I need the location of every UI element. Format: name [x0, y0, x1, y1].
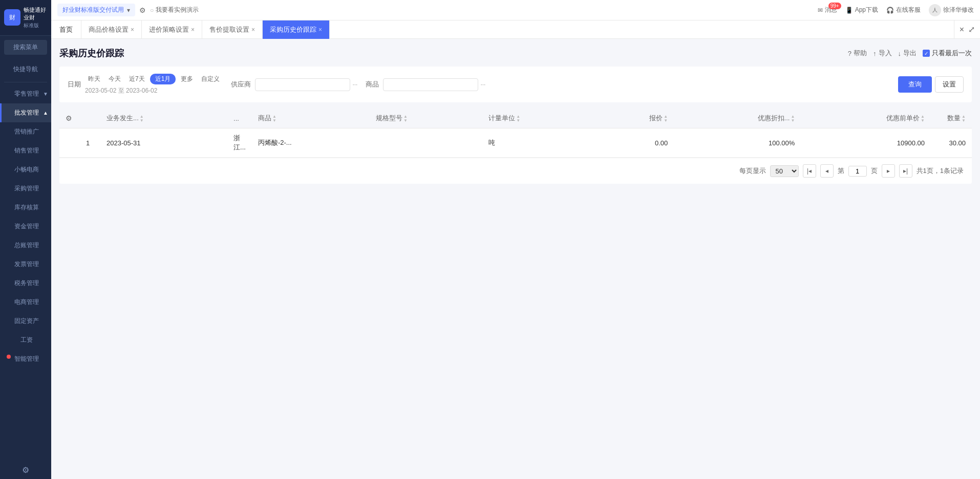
supplier-more-btn[interactable]: ···	[352, 81, 357, 88]
supplier-filter-label: 供应商	[231, 80, 251, 89]
td-seq: 1	[80, 128, 100, 158]
sidebar-item-marketing[interactable]: 营销推广	[0, 122, 51, 141]
query-button[interactable]: 查询	[898, 76, 932, 93]
sidebar-item-label: 电商管理	[14, 298, 39, 307]
sidebar-item-label: 发票管理	[14, 260, 39, 269]
supplier-input[interactable]	[255, 78, 350, 91]
th-date[interactable]: 业务发生...▲▼	[100, 108, 227, 128]
product-more-btn[interactable]: ···	[480, 81, 485, 88]
topbar-gear-icon[interactable]: ⚙	[139, 6, 146, 14]
sidebar-item-retail[interactable]: 零售管理 ▼	[0, 84, 51, 103]
page-prev-button[interactable]: ◂	[820, 164, 834, 178]
column-gear-icon[interactable]: ⚙	[66, 114, 72, 122]
tab-purchase-strategy[interactable]: 进价策略设置 ×	[142, 20, 202, 39]
topbar-right: ✉ 消息 99+ 📱 App下载 🎧 在线客服 人 徐泽华修改	[818, 4, 974, 16]
export-button[interactable]: ↓ 导出	[898, 49, 917, 58]
tab-purchase-history[interactable]: 采购历史价跟踪 ×	[263, 20, 330, 39]
th-price[interactable]: 报价▲▼	[595, 108, 674, 128]
date-btn-1month[interactable]: 近1月	[150, 74, 176, 84]
th-discount[interactable]: 优惠折扣...▲▼	[674, 108, 801, 128]
chevron-up-icon: ▲	[43, 110, 48, 116]
message-button[interactable]: ✉ 消息 99+	[818, 6, 837, 14]
sidebar-item-label: 税务管理	[14, 279, 39, 288]
date-btn-more[interactable]: 更多	[178, 74, 196, 84]
tab-label: 采购历史价跟踪	[270, 25, 316, 34]
th-undiscounted-price[interactable]: 优惠前单价▲▼	[801, 108, 931, 128]
tab-home[interactable]: 首页	[51, 20, 81, 39]
online-service-button[interactable]: 🎧 在线客服	[886, 6, 921, 14]
last-only-checkbox[interactable]: ✓	[923, 50, 930, 57]
sidebar-item-smart[interactable]: 智能管理	[0, 350, 51, 368]
product-input[interactable]	[383, 78, 478, 91]
per-page-select[interactable]: 50 100 200	[770, 165, 799, 177]
export-label: 导出	[903, 49, 917, 58]
th-unit[interactable]: 计量单位▲▼	[482, 108, 595, 128]
pagination: 每页显示 50 100 200 |◂ ◂ 第 页 ▸ ▸| 共1页，1条记录	[59, 158, 972, 184]
version-selector[interactable]: 好业财标准版交付试用 ▾	[57, 4, 135, 16]
sort-icon: ▲▼	[272, 115, 276, 123]
app-download-icon: 📱	[845, 7, 853, 14]
app-download-button[interactable]: 📱 App下载	[845, 6, 878, 14]
sidebar-item-label: 批发管理	[14, 108, 39, 117]
help-button[interactable]: ? 帮助	[848, 49, 867, 58]
date-btn-7days[interactable]: 近7天	[126, 74, 148, 84]
chevron-down-icon: ▾	[127, 7, 130, 14]
last-only-checkbox-label[interactable]: ✓ 只看最后一次	[923, 49, 972, 58]
quick-nav-button[interactable]: 快捷导航	[4, 61, 47, 78]
sidebar-item-sales[interactable]: 销售管理	[0, 141, 51, 160]
settings-icon[interactable]: ⚙	[22, 465, 29, 475]
date-btn-today[interactable]: 今天	[105, 74, 124, 84]
date-btn-custom[interactable]: 自定义	[198, 74, 223, 84]
import-button[interactable]: ↑ 导入	[873, 49, 892, 58]
sidebar-item-tax[interactable]: 税务管理	[0, 274, 51, 293]
tab-close-all-icon[interactable]: ×	[958, 24, 965, 35]
search-menu-button[interactable]: 搜索菜单	[4, 40, 47, 55]
data-table-container: ⚙ 业务发生...▲▼ ... 商品▲▼ 规格型号▲▼	[59, 108, 972, 184]
sidebar-item-ecommerce[interactable]: 电商管理	[0, 293, 51, 312]
date-range-display: 2023-05-02 至 2023-06-02	[85, 86, 223, 95]
sidebar-item-purchase[interactable]: 采购管理	[0, 179, 51, 198]
tabbar: 首页 商品价格设置 × 进价策略设置 × 售价提取设置 × 采购历史价跟踪 × …	[51, 20, 980, 39]
sidebar-item-inventory[interactable]: 库存核算	[0, 198, 51, 217]
tab-close-icon[interactable]: ×	[318, 26, 322, 33]
tab-close-icon[interactable]: ×	[131, 26, 134, 33]
date-btn-yesterday[interactable]: 昨天	[85, 74, 103, 84]
page-first-button[interactable]: |◂	[803, 164, 816, 178]
th-more[interactable]: ...	[227, 108, 252, 128]
user-menu-button[interactable]: 人 徐泽华修改	[929, 4, 974, 16]
tab-label: 进价策略设置	[149, 25, 189, 34]
sidebar-search-area[interactable]: 搜索菜单	[0, 36, 51, 59]
sidebar-item-invoice[interactable]: 发票管理	[0, 255, 51, 274]
sidebar-item-ledger[interactable]: 总账管理	[0, 236, 51, 255]
chevron-down-icon: ▼	[43, 91, 48, 97]
th-qty[interactable]: 数量▲▼	[931, 108, 972, 128]
sidebar-item-wholesale[interactable]: 批发管理 ▲	[0, 103, 51, 122]
tab-close-icon[interactable]: ×	[251, 26, 255, 33]
user-label: 徐泽华修改	[943, 6, 974, 14]
tab-close-icon[interactable]: ×	[191, 26, 195, 33]
sidebar-item-ecom-small[interactable]: 小畅电商	[0, 160, 51, 179]
th-seq	[80, 108, 100, 128]
td-supplier: 浙江...	[227, 128, 252, 158]
tab-sale-price[interactable]: 售价提取设置 ×	[202, 20, 263, 39]
page-input[interactable]	[848, 166, 867, 177]
filter-settings-button[interactable]: 设置	[935, 76, 964, 93]
sidebar-item-label: 资金管理	[14, 222, 39, 231]
sidebar-item-label: 零售管理	[14, 90, 39, 98]
sidebar-item-finance[interactable]: 资金管理	[0, 217, 51, 236]
online-service-label: 在线客服	[896, 6, 921, 14]
th-product[interactable]: 商品▲▼	[252, 108, 370, 128]
th-gear[interactable]: ⚙	[59, 108, 80, 128]
sidebar-item-assets[interactable]: 固定资产	[0, 312, 51, 331]
filter-date-group: 日期 昨天 今天 近7天 近1月 更多 自定义 2023-05-02 至 202…	[68, 74, 223, 95]
page-last-button[interactable]: ▸|	[899, 164, 912, 178]
sidebar-item-payroll[interactable]: 工资	[0, 331, 51, 350]
demo-button[interactable]: ○ 我要看实例演示	[150, 6, 199, 14]
th-spec[interactable]: 规格型号▲▼	[370, 108, 482, 128]
tab-expand-icon[interactable]: ⤢	[967, 24, 976, 35]
tab-product-price[interactable]: 商品价格设置 ×	[81, 20, 142, 39]
page-next-button[interactable]: ▸	[882, 164, 895, 178]
date-options: 昨天 今天 近7天 近1月 更多 自定义	[85, 74, 223, 84]
td-unit: 吨	[482, 128, 595, 158]
app-logo-text: 畅捷通好业财	[24, 6, 47, 22]
